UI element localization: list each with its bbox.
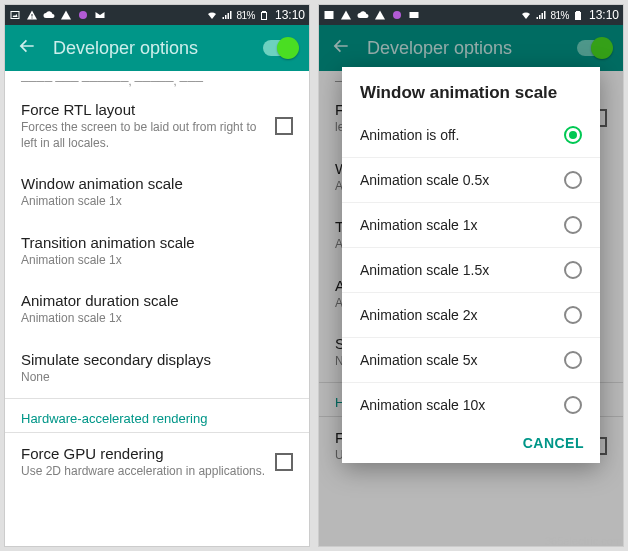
radio-icon[interactable] [564, 396, 582, 414]
item-window-animation-scale[interactable]: Window animation scale Animation scale 1… [5, 163, 309, 222]
checkbox[interactable] [275, 117, 293, 135]
cloud-icon [43, 9, 55, 21]
item-title: Force GPU rendering [21, 445, 275, 462]
appbar-title: Developer options [53, 38, 263, 59]
phone-left: 81% 13:10 Developer options ──── ─── ───… [4, 4, 310, 547]
item-sub: Animation scale 1x [21, 253, 293, 269]
cloud-icon [357, 9, 369, 21]
dialog-option-label: Animation scale 10x [360, 397, 564, 413]
item-animator-duration-scale[interactable]: Animator duration scale Animation scale … [5, 280, 309, 339]
dialog-option-label: Animation scale 0.5x [360, 172, 564, 188]
item-title: Animator duration scale [21, 292, 293, 309]
item-force-gpu-rendering[interactable]: Force GPU rendering Use 2D hardware acce… [5, 433, 309, 492]
status-bar: 81% 13:10 [319, 5, 623, 25]
watermark: 365electric.com [545, 535, 622, 547]
modal-scrim[interactable]: Window animation scale Animation is off.… [319, 25, 623, 546]
signal-icon [221, 9, 233, 21]
item-title: Force RTL layout [21, 101, 275, 118]
dialog-option-label: Animation scale 5x [360, 352, 564, 368]
dialog-title: Window animation scale [342, 67, 600, 113]
item-sub: Animation scale 1x [21, 311, 293, 327]
master-toggle[interactable] [263, 40, 297, 56]
item-title: Simulate secondary displays [21, 351, 293, 368]
dialog-option[interactable]: Animation scale 1.5x [342, 247, 600, 292]
dialog-option-label: Animation is off. [360, 127, 564, 143]
radio-icon[interactable] [564, 126, 582, 144]
wifi-icon [206, 9, 218, 21]
item-sub: Animation scale 1x [21, 194, 293, 210]
battery-icon [572, 9, 584, 21]
dialog-window-animation-scale: Window animation scale Animation is off.… [342, 67, 600, 463]
dialog-option[interactable]: Animation is off. [342, 113, 600, 157]
phone-right: 81% 13:10 Developer options ──── ─── ───… [318, 4, 624, 547]
item-sub: Forces the screen to be laid out from ri… [21, 120, 275, 151]
svg-point-1 [393, 11, 401, 19]
dialog-option[interactable]: Animation scale 1x [342, 202, 600, 247]
status-bar: 81% 13:10 [5, 5, 309, 25]
app-bar: Developer options [5, 25, 309, 71]
item-sub: Use 2D hardware acceleration in applicat… [21, 464, 275, 480]
signal-icon [535, 9, 547, 21]
clock-text: 13:10 [275, 8, 305, 22]
radio-icon[interactable] [564, 261, 582, 279]
dialog-option-label: Animation scale 2x [360, 307, 564, 323]
item-force-rtl[interactable]: Force RTL layout Forces the screen to be… [5, 89, 309, 163]
dialog-options: Animation is off.Animation scale 0.5xAni… [342, 113, 600, 427]
radio-icon[interactable] [564, 306, 582, 324]
mail-icon [408, 9, 420, 21]
settings-list[interactable]: ──── ─── ──────, ─────, ─── Force RTL la… [5, 71, 309, 546]
badge-icon [391, 9, 403, 21]
dialog-option[interactable]: Animation scale 5x [342, 337, 600, 382]
section-header-hardware: Hardware-accelerated rendering [5, 399, 309, 432]
battery-text: 81% [550, 10, 569, 21]
radio-icon[interactable] [564, 351, 582, 369]
picture-icon [323, 9, 335, 21]
mail-icon [94, 9, 106, 21]
warning-icon-2 [60, 9, 72, 21]
battery-text: 81% [236, 10, 255, 21]
dialog-option[interactable]: Animation scale 2x [342, 292, 600, 337]
battery-icon [258, 9, 270, 21]
dialog-option-label: Animation scale 1.5x [360, 262, 564, 278]
item-sub: None [21, 370, 293, 386]
warning-icon [26, 9, 38, 21]
dialog-option[interactable]: Animation scale 0.5x [342, 157, 600, 202]
clock-text: 13:10 [589, 8, 619, 22]
radio-icon[interactable] [564, 216, 582, 234]
badge-icon [77, 9, 89, 21]
dialog-option-label: Animation scale 1x [360, 217, 564, 233]
item-simulate-secondary-displays[interactable]: Simulate secondary displays None [5, 339, 309, 398]
warning-icon [340, 9, 352, 21]
picture-icon [9, 9, 21, 21]
item-title: Window animation scale [21, 175, 293, 192]
wifi-icon [520, 9, 532, 21]
radio-icon[interactable] [564, 171, 582, 189]
partial-row: ──── ─── ──────, ─────, ─── [5, 71, 309, 89]
cancel-button[interactable]: CANCEL [523, 435, 584, 451]
back-icon[interactable] [17, 36, 37, 60]
item-transition-animation-scale[interactable]: Transition animation scale Animation sca… [5, 222, 309, 281]
dialog-option[interactable]: Animation scale 10x [342, 382, 600, 427]
warning-icon-2 [374, 9, 386, 21]
svg-point-0 [79, 11, 87, 19]
checkbox[interactable] [275, 453, 293, 471]
item-title: Transition animation scale [21, 234, 293, 251]
